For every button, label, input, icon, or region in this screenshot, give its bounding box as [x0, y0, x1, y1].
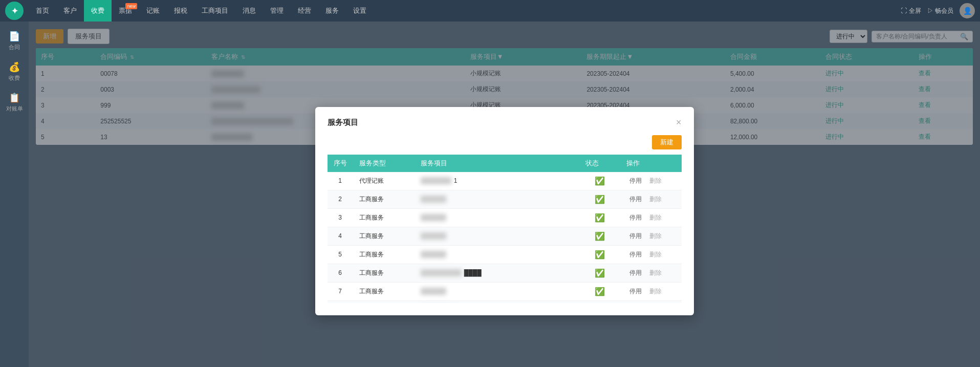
- stop-button[interactable]: 停用: [626, 286, 645, 297]
- modal-cell-status: ✅: [579, 245, 620, 264]
- modal-cell-type: 代理记账: [353, 172, 415, 190]
- modal-cell-project: [415, 208, 579, 227]
- modal-col-status: 状态: [579, 155, 620, 172]
- modal-cell-type: 工商服务: [353, 208, 415, 227]
- modal-title: 服务项目: [328, 118, 358, 127]
- nav-tax[interactable]: 报税: [167, 0, 194, 21]
- modal-table: 序号 服务类型 服务项目 状态 操作 1 代理记账 1 ✅ 停用: [328, 155, 682, 303]
- modal-toolbar: 新建: [328, 135, 682, 149]
- modal-cell-project: 1: [415, 172, 579, 190]
- modal-cell-project: [415, 227, 579, 245]
- stop-button[interactable]: 停用: [626, 249, 645, 260]
- nav-settings[interactable]: 设置: [346, 0, 374, 21]
- nav-commerce[interactable]: 工商项目: [194, 0, 235, 21]
- modal-table-row: 5 工商服务 ✅ 停用 删除: [328, 245, 682, 264]
- new-badge: new: [125, 3, 137, 9]
- modal-cell-seq: 6: [328, 264, 353, 282]
- modal-table-row: 7 工商服务 ✅ 停用 删除: [328, 282, 682, 300]
- modal-cell-status: ✅: [579, 190, 620, 208]
- stop-button[interactable]: 停用: [626, 231, 645, 242]
- modal-cell-status: ✅: [579, 300, 620, 303]
- modal-table-row: 1 代理记账 1 ✅ 停用 删除: [328, 172, 682, 190]
- status-check-icon: ✅: [595, 250, 605, 259]
- sidebar: 📄 合同 💰 收费 📋 对账单: [0, 21, 29, 367]
- stop-button[interactable]: 停用: [626, 212, 645, 223]
- delete-button[interactable]: 删除: [646, 194, 665, 205]
- sidebar-item-fee[interactable]: 💰 收费: [2, 57, 27, 86]
- modal-cell-type: 工商服务: [353, 190, 415, 208]
- nav-items: 首页 客户 收费 票据 new 记账 报税 工商项目 消息 管理 经营 服务 设…: [29, 0, 374, 21]
- logo-icon: ✦: [5, 2, 24, 20]
- modal-cell-action: 停用 删除: [620, 190, 682, 208]
- modal-new-button[interactable]: 新建: [652, 135, 682, 149]
- modal-cell-status: ✅: [579, 264, 620, 282]
- status-check-icon: ✅: [595, 287, 605, 296]
- nav-home[interactable]: 首页: [29, 0, 56, 21]
- delete-button[interactable]: 删除: [646, 231, 665, 242]
- status-check-icon: ✅: [595, 213, 605, 222]
- status-check-icon: ✅: [595, 269, 605, 277]
- modal-cell-action: 停用 删除: [620, 282, 682, 300]
- modal-cell-action: 停用 删除: [620, 245, 682, 264]
- nav-manage[interactable]: 管理: [263, 0, 291, 21]
- modal-col-project: 服务项目: [415, 155, 579, 172]
- modal-cell-action: 停用 删除: [620, 264, 682, 282]
- modal-cell-project: [415, 190, 579, 208]
- member-btn[interactable]: ▷ 畅会员: [927, 7, 953, 15]
- top-nav: ✦ 首页 客户 收费 票据 new 记账 报税 工商项目 消息 管理 经营 服务…: [0, 0, 980, 21]
- modal-cell-status: ✅: [579, 172, 620, 190]
- modal-cell-project: 注册: [415, 300, 579, 303]
- nav-right-actions: ⛶ 全屏 ▷ 畅会员 👤: [901, 3, 975, 18]
- modal-cell-action: 停用 删除: [620, 227, 682, 245]
- nav-accounting[interactable]: 记账: [139, 0, 167, 21]
- sidebar-item-statement[interactable]: 📋 对账单: [2, 88, 27, 117]
- delete-button[interactable]: 删除: [646, 212, 665, 223]
- modal-cell-type: 工商服务: [353, 245, 415, 264]
- modal-cell-status: ✅: [579, 208, 620, 227]
- modal-table-row: 6 工商服务 ████ ✅ 停用 删除: [328, 264, 682, 282]
- modal-header: 服务项目 ×: [328, 117, 682, 128]
- modal-cell-seq: 1: [328, 172, 353, 190]
- nav-service[interactable]: 服务: [318, 0, 346, 21]
- nav-business[interactable]: 经营: [291, 0, 318, 21]
- modal-table-row: 2 工商服务 ✅ 停用 删除: [328, 190, 682, 208]
- sidebar-item-contract[interactable]: 📄 合同: [2, 27, 27, 55]
- status-check-icon: ✅: [595, 195, 605, 204]
- modal-cell-seq: 3: [328, 208, 353, 227]
- stop-button[interactable]: 停用: [626, 176, 645, 186]
- modal-cell-type: 工商服务: [353, 282, 415, 300]
- stop-button[interactable]: 停用: [626, 194, 645, 205]
- modal-scroll-area[interactable]: 序号 服务类型 服务项目 状态 操作 1 代理记账 1 ✅ 停用: [328, 155, 682, 303]
- modal-table-row: 4 工商服务 ✅ 停用 删除: [328, 227, 682, 245]
- modal-col-seq: 序号: [328, 155, 353, 172]
- contract-icon: 📄: [9, 31, 20, 42]
- service-modal: 服务项目 × 新建 序号 服务类型 服务项目 状态 操作: [315, 107, 694, 315]
- delete-button[interactable]: 删除: [646, 286, 665, 297]
- modal-table-row: 8 工商服务 注册 ✅ 停用 删除: [328, 300, 682, 303]
- delete-button[interactable]: 删除: [646, 249, 665, 260]
- modal-cell-seq: 5: [328, 245, 353, 264]
- status-check-icon: ✅: [595, 232, 605, 241]
- modal-cell-seq: 2: [328, 190, 353, 208]
- status-check-icon: ✅: [595, 177, 605, 185]
- nav-customer[interactable]: 客户: [56, 0, 84, 21]
- modal-cell-type: 工商服务: [353, 227, 415, 245]
- nav-fee[interactable]: 收费: [84, 0, 112, 21]
- main-layout: 📄 合同 💰 收费 📋 对账单 新增 服务项目 进行中 全部 已结束: [0, 21, 980, 367]
- modal-col-type: 服务类型: [353, 155, 415, 172]
- fullscreen-btn[interactable]: ⛶ 全屏: [901, 7, 921, 15]
- stop-button[interactable]: 停用: [626, 268, 645, 278]
- fee-icon: 💰: [9, 61, 20, 73]
- modal-cell-status: ✅: [579, 227, 620, 245]
- avatar[interactable]: 👤: [960, 3, 975, 18]
- modal-cell-seq: 7: [328, 282, 353, 300]
- delete-button[interactable]: 删除: [646, 268, 665, 278]
- modal-cell-seq: 8: [328, 300, 353, 303]
- modal-table-row: 3 工商服务 ✅ 停用 删除: [328, 208, 682, 227]
- modal-close-button[interactable]: ×: [676, 117, 682, 128]
- modal-cell-action: 停用 删除: [620, 208, 682, 227]
- delete-button[interactable]: 删除: [646, 176, 665, 186]
- modal-cell-status: ✅: [579, 282, 620, 300]
- nav-ticket[interactable]: 票据 new: [112, 0, 139, 21]
- nav-message[interactable]: 消息: [235, 0, 263, 21]
